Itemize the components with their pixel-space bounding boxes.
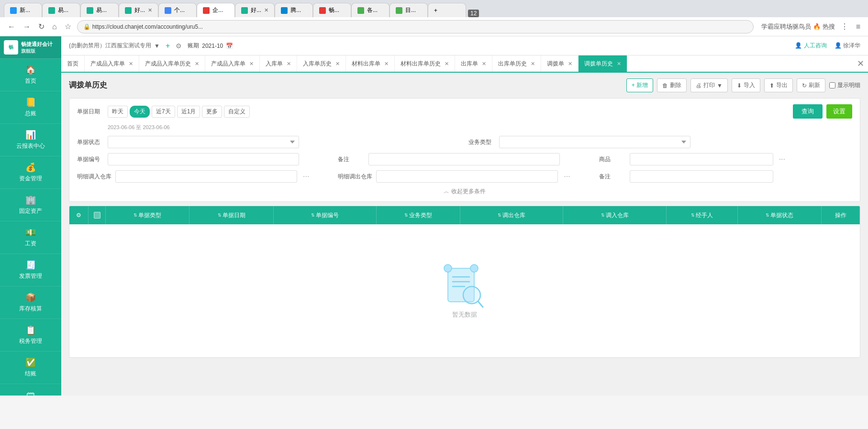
new-tab-button[interactable]: + xyxy=(428,3,466,17)
nav-tab-close-1[interactable]: ✕ xyxy=(129,61,133,67)
extensions-button[interactable]: ⋮ xyxy=(839,20,850,33)
nav-tab-close-6[interactable]: ✕ xyxy=(384,61,389,67)
forward-button[interactable]: → xyxy=(21,21,33,33)
docnum-input[interactable] xyxy=(108,153,299,165)
nav-tab-home[interactable]: 首页 xyxy=(61,55,85,72)
th-status[interactable]: ⇅ 单据状态 xyxy=(738,206,822,224)
th-biz[interactable]: ⇅ 业务类型 xyxy=(377,206,460,224)
sidebar-item-payroll[interactable]: 💵 工资 xyxy=(0,221,61,254)
period-selector[interactable]: 账期 2021-10 📅 xyxy=(188,42,233,50)
sidebar-item-fixed[interactable]: 🏢 固定资产 xyxy=(0,189,61,221)
menu-button[interactable]: ≡ xyxy=(854,21,862,33)
detail-in-more-btn[interactable]: ··· xyxy=(301,172,311,181)
nav-tab-10[interactable]: 调拨单 ✕ xyxy=(541,55,579,72)
nav-tab-close-5[interactable]: ✕ xyxy=(335,61,340,67)
nav-tab-11[interactable]: 调拨单历史 ✕ xyxy=(579,55,627,72)
nav-tab-4[interactable]: 入库单 ✕ xyxy=(260,55,297,72)
nav-tab-9[interactable]: 出库单历史 ✕ xyxy=(492,55,541,72)
detail-out-more-btn[interactable]: ··· xyxy=(562,172,572,181)
nav-tab-6[interactable]: 材料出库单 ✕ xyxy=(346,55,395,72)
nav-tab-close-8[interactable]: ✕ xyxy=(482,61,486,67)
nav-tab-close-7[interactable]: ✕ xyxy=(445,61,449,67)
query-button[interactable]: 查询 xyxy=(793,104,823,119)
browser-tab-8[interactable]: 腾... xyxy=(275,3,313,17)
date-7days-btn[interactable]: 近7天 xyxy=(152,106,175,118)
service-link[interactable]: 👤 人工咨询 xyxy=(795,42,826,50)
browser-tab-3[interactable]: 易... xyxy=(80,3,119,17)
refresh-button[interactable]: ↻ 刷新 xyxy=(797,78,825,92)
nav-tab-2[interactable]: 产成品入库单历史 ✕ xyxy=(139,55,205,72)
date-yesterday-btn[interactable]: 昨天 xyxy=(108,106,128,118)
delete-button[interactable]: 🗑 删除 xyxy=(657,78,687,92)
nav-tab-8[interactable]: 出库单 ✕ xyxy=(455,55,492,72)
date-1month-btn[interactable]: 近1月 xyxy=(177,106,200,118)
star-button[interactable]: ☆ xyxy=(63,20,73,33)
browser-tab-11[interactable]: 目... xyxy=(389,3,428,17)
sidebar-item-archive[interactable]: 🗃 归档管理 xyxy=(0,384,61,396)
back-button[interactable]: ← xyxy=(6,21,17,33)
sidebar-item-closing[interactable]: ✅ 结账 xyxy=(0,352,61,384)
goods-more-btn[interactable]: ··· xyxy=(777,155,787,164)
show-cols-toggle[interactable]: 显示明细 xyxy=(829,81,860,89)
print-button[interactable]: 🖨 打印 ▼ xyxy=(690,78,728,92)
status-select[interactable] xyxy=(108,136,299,148)
export-button[interactable]: ⬆ 导出 xyxy=(764,78,793,92)
sidebar-item-invoice[interactable]: 🧾 发票管理 xyxy=(0,254,61,286)
th-type[interactable]: ⇅ 单据类型 xyxy=(106,206,189,224)
browser-tab-10[interactable]: 各... xyxy=(351,3,389,17)
browser-tab-2[interactable]: 易... xyxy=(42,3,80,17)
nav-tab-close-11[interactable]: ✕ xyxy=(617,61,621,67)
detail-out-input[interactable] xyxy=(376,170,558,183)
browser-tab-6[interactable]: 企... xyxy=(197,3,235,17)
browser-tab-4[interactable]: 好... ✕ xyxy=(119,3,158,17)
nav-tab-close-10[interactable]: ✕ xyxy=(568,61,572,67)
close-all-tabs-button[interactable]: ✕ xyxy=(853,58,868,69)
add-company-button[interactable]: + xyxy=(166,42,170,50)
browser-tab-9[interactable]: 畅... xyxy=(313,3,351,17)
sidebar-item-inventory[interactable]: 📦 库存核算 xyxy=(0,286,61,319)
detail-in-input[interactable] xyxy=(115,170,297,183)
tab-close-7[interactable]: ✕ xyxy=(264,7,268,13)
browser-tab-5[interactable]: 个... xyxy=(158,3,197,17)
header-checkbox[interactable] xyxy=(94,212,100,219)
user-avatar[interactable]: 👤 徐泽华 xyxy=(835,42,860,50)
address-bar[interactable]: 🔒 https://cloud.chanjet.com/accounting/u… xyxy=(77,20,754,33)
date-today-btn[interactable]: 今天 xyxy=(130,106,150,118)
th-gear[interactable]: ⚙ xyxy=(69,206,89,224)
nav-tab-7[interactable]: 材料出库单历史 ✕ xyxy=(395,55,455,72)
sidebar-item-capital[interactable]: 💰 资金管理 xyxy=(0,156,61,189)
date-custom-btn[interactable]: 自定义 xyxy=(224,106,250,118)
th-out[interactable]: ⇅ 调出仓库 xyxy=(460,206,563,224)
remark-input[interactable] xyxy=(368,153,560,165)
sidebar-item-ledger[interactable]: 📒 总账 xyxy=(0,91,61,124)
th-in[interactable]: ⇅ 调入仓库 xyxy=(563,206,666,224)
nav-tab-close-2[interactable]: ✕ xyxy=(195,61,199,67)
new-button[interactable]: + 新增 xyxy=(626,78,653,92)
th-date[interactable]: ⇅ 单据日期 xyxy=(189,206,273,224)
nav-tab-1[interactable]: 产成品入库单 ✕ xyxy=(85,55,139,72)
nav-tab-close-3[interactable]: ✕ xyxy=(249,61,254,67)
goods-input[interactable] xyxy=(630,153,773,165)
browser-tab-1[interactable]: 新... xyxy=(4,3,42,17)
company-selector[interactable]: (勿删勿禁用）江西服宝测试专用 ▼ xyxy=(69,42,160,50)
nav-tab-close-4[interactable]: ✕ xyxy=(287,61,291,67)
th-num[interactable]: ⇅ 单据编号 xyxy=(274,206,377,224)
collapse-button[interactable]: ︿ 收起更多条件 xyxy=(444,187,486,196)
import-button[interactable]: ⬇ 导入 xyxy=(732,78,760,92)
biztype-select[interactable] xyxy=(499,136,690,148)
nav-tab-close-9[interactable]: ✕ xyxy=(531,61,535,67)
company-settings-button[interactable]: ⚙ xyxy=(176,42,182,50)
show-cols-checkbox[interactable] xyxy=(829,82,835,88)
browser-tab-7[interactable]: 好... ✕ xyxy=(235,3,275,17)
reload-button[interactable]: ↻ xyxy=(36,20,46,33)
extra-remark-input[interactable] xyxy=(630,170,773,183)
th-check[interactable] xyxy=(89,206,106,224)
nav-tab-5[interactable]: 入库单历史 ✕ xyxy=(297,55,346,72)
sidebar-item-home[interactable]: 🏠 首页 xyxy=(0,59,61,91)
th-handler[interactable]: ⇅ 经手人 xyxy=(667,206,738,224)
date-more-btn[interactable]: 更多 xyxy=(202,106,222,118)
setting-button[interactable]: 设置 xyxy=(826,104,852,119)
home-button[interactable]: ⌂ xyxy=(50,21,59,33)
sidebar-item-tax[interactable]: 📋 税务管理 xyxy=(0,319,61,352)
sidebar-item-reports[interactable]: 📊 云报表中心 xyxy=(0,124,61,156)
